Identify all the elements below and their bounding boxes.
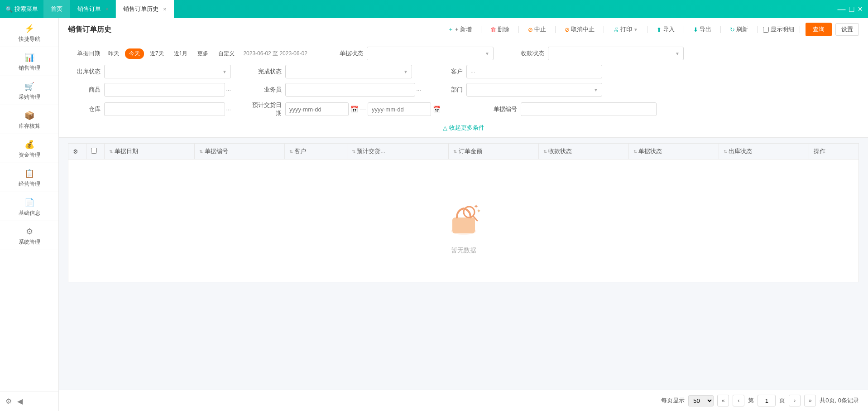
th-payment-status[interactable]: ⇅ 收款状态 (538, 144, 628, 160)
tab-sales-order[interactable]: 销售订单 × (70, 0, 116, 18)
complete-status-select[interactable]: ▼ (285, 65, 412, 78)
sidebar-item-purchase-mgmt-label: 采购管理 (19, 93, 40, 101)
prev-page-button[interactable]: ‹ (733, 395, 744, 406)
table-area: ⚙ ⇅ 单据日期 ⇅ 单据编号 ⇅ 客户 (59, 138, 868, 390)
tab-sales-order-close[interactable]: × (106, 6, 108, 12)
sidebar-item-operations[interactable]: 📋 经营管理 (0, 163, 58, 192)
first-page-button[interactable]: « (717, 395, 729, 406)
customer-input[interactable]: ··· (466, 65, 602, 78)
refresh-icon: ↻ (730, 26, 735, 33)
date-tag-custom[interactable]: 自定义 (214, 48, 239, 59)
th-amount[interactable]: ⇅ 订单金额 (448, 144, 538, 160)
date-tag-group: 昨天 今天 近7天 近1月 更多 自定义 (104, 48, 239, 59)
tab-sales-order-history-close[interactable]: × (163, 6, 166, 12)
th-delivery-label: 预计交货... (357, 148, 385, 155)
order-status-select[interactable]: ▼ (367, 47, 494, 60)
sidebar-item-basic-info[interactable]: 📄 基础信息 (0, 192, 58, 221)
order-no-input[interactable] (521, 102, 657, 116)
show-detail-checkbox-label[interactable]: 显示明细 (763, 25, 794, 34)
page-word: 第 (748, 396, 754, 405)
date-tag-today[interactable]: 今天 (125, 48, 144, 59)
sidebar-item-system-mgmt[interactable]: ⚙ 系统管理 (0, 221, 58, 250)
search-menu-top[interactable]: 🔍 搜索菜单 (0, 0, 43, 18)
top-bar-right: — □ × (838, 0, 868, 18)
tab-home-label: 首页 (51, 5, 62, 13)
sidebar-item-finance[interactable]: 💰 资金管理 (0, 134, 58, 163)
date-tag-yesterday[interactable]: 昨天 (104, 48, 123, 59)
th-order-no[interactable]: ⇅ 单据编号 (194, 144, 284, 160)
delivery-date-label: 预计交货日期 (249, 101, 285, 117)
per-page-select[interactable]: 50 10 20 100 (688, 395, 714, 406)
window-minimize-icon[interactable]: — (838, 5, 846, 14)
delivery-date-start-cal-icon[interactable]: 📅 (350, 106, 358, 113)
warehouse-dotdot[interactable]: ··· (226, 106, 231, 113)
department-select[interactable]: ▼ (466, 83, 602, 97)
new-label: + 新增 (455, 25, 472, 34)
tab-home[interactable]: 首页 (43, 0, 70, 18)
toolbar-divider-2 (518, 26, 519, 33)
collapse-label: 收起更多条件 (449, 124, 484, 132)
th-amount-label: 订单金额 (459, 148, 482, 155)
tab-sales-order-history[interactable]: 销售订单历史 × (116, 0, 173, 18)
date-field: 昨天 今天 近7天 近1月 更多 自定义 2023-06-02 至 2023-0… (104, 48, 312, 59)
th-checkbox[interactable] (86, 144, 105, 160)
sidebar-item-system-mgmt-label: 系统管理 (19, 238, 40, 246)
new-icon: ＋ (448, 25, 454, 34)
window-maximize-icon[interactable]: □ (849, 5, 854, 14)
page-number-input[interactable] (758, 395, 776, 406)
th-settings[interactable]: ⚙ (68, 144, 86, 160)
sidebar-item-quick-nav[interactable]: ⚡ 快捷导航 (0, 18, 58, 47)
delivery-status-arrow-icon: ▼ (222, 69, 227, 74)
print-button[interactable]: 🖨 打印 ▼ (609, 24, 642, 35)
date-tag-7days[interactable]: 近7天 (146, 48, 168, 59)
toolbar-divider-9 (800, 26, 800, 33)
th-customer[interactable]: ⇅ 客户 (284, 144, 347, 160)
sidebar-item-inventory[interactable]: 📦 库存核算 (0, 105, 58, 134)
delivery-status-select[interactable]: ▼ (104, 65, 231, 78)
finance-icon: 💰 (24, 140, 34, 150)
new-button[interactable]: ＋ + 新增 (444, 24, 475, 35)
collapse-btn[interactable]: △ 收起更多条件 (68, 122, 859, 132)
next-page-button[interactable]: › (789, 395, 801, 406)
delivery-date-start-input[interactable] (285, 102, 349, 116)
content-area: 销售订单历史 ＋ + 新增 🗑 删除 ⊘ 中止 ⊘ (59, 18, 868, 411)
sidebar-collapse-icon[interactable]: ◀ (17, 397, 23, 406)
th-order-status[interactable]: ⇅ 单据状态 (628, 144, 719, 160)
quick-nav-icon: ⚡ (24, 24, 34, 34)
date-tag-1month[interactable]: 近1月 (170, 48, 192, 59)
th-customer-label: 客户 (294, 148, 306, 155)
show-detail-checkbox[interactable] (763, 27, 769, 33)
product-input[interactable] (104, 83, 225, 97)
import-button[interactable]: ⬆ 导入 (653, 24, 678, 35)
th-delivery-date[interactable]: ⇅ 预计交货... (347, 144, 448, 160)
select-all-checkbox[interactable] (91, 148, 97, 154)
export-button[interactable]: ⬇ 导出 (690, 24, 715, 35)
sidebar-settings-icon[interactable]: ⚙ (5, 397, 12, 406)
setting-button[interactable]: 设置 (835, 23, 859, 36)
date-tag-more[interactable]: 更多 (193, 48, 212, 59)
refresh-button[interactable]: ↻ 刷新 (726, 24, 752, 35)
payment-status-select[interactable]: ▼ (548, 47, 684, 60)
import-icon: ⬆ (657, 26, 662, 33)
product-dotdot[interactable]: ··· (226, 87, 231, 93)
filter-row-2: 出库状态 ▼ 完成状态 ▼ 客户 ··· (68, 65, 859, 78)
delivery-date-end-cal-icon[interactable]: 📅 (433, 106, 441, 113)
sidebar-item-sales-mgmt[interactable]: 📊 销售管理 (0, 47, 58, 76)
stop-button[interactable]: ⊘ 中止 (524, 24, 550, 35)
search-top-icon: 🔍 (5, 6, 13, 13)
sidebar-item-purchase-mgmt[interactable]: 🛒 采购管理 (0, 76, 58, 105)
delete-button[interactable]: 🗑 删除 (487, 24, 513, 35)
th-date[interactable]: ⇅ 单据日期 (105, 144, 195, 160)
query-button[interactable]: 查询 (806, 23, 832, 36)
main-layout: ⚡ 快捷导航 📊 销售管理 🛒 采购管理 📦 库存核算 💰 资金管理 📋 经营管… (0, 18, 868, 411)
empty-text: 暂无数据 (451, 247, 476, 255)
th-delivery-status[interactable]: ⇅ 出库状态 (719, 144, 809, 160)
salesperson-dotdot[interactable]: ··· (416, 87, 421, 93)
warehouse-input[interactable] (104, 102, 225, 116)
window-close-icon[interactable]: × (858, 5, 863, 14)
payment-status-arrow-icon: ▼ (675, 51, 680, 56)
last-page-button[interactable]: » (804, 395, 816, 406)
salesperson-input[interactable] (285, 83, 415, 97)
cancel-stop-button[interactable]: ⊘ 取消中止 (561, 24, 598, 35)
delivery-date-end-input[interactable] (368, 102, 431, 116)
